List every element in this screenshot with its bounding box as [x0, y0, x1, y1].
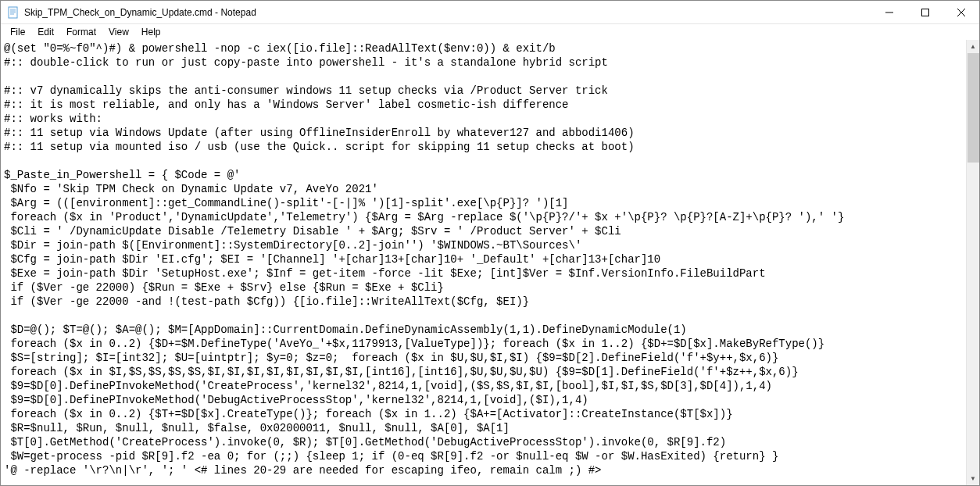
menu-help[interactable]: Help: [135, 26, 167, 38]
window-title: Skip_TPM_Check_on_Dynamic_Update.cmd - N…: [24, 7, 871, 18]
notepad-icon: [7, 6, 20, 19]
menu-file[interactable]: File: [4, 26, 31, 38]
titlebar: Skip_TPM_Check_on_Dynamic_Update.cmd - N…: [1, 1, 979, 24]
scroll-thumb[interactable]: [967, 53, 979, 163]
menu-view[interactable]: View: [102, 26, 135, 38]
window-controls: [871, 1, 979, 23]
menubar: File Edit Format View Help: [1, 24, 979, 40]
close-button[interactable]: [943, 1, 979, 23]
text-editor[interactable]: @(set "0=%~f0"^)#) & powershell -nop -c …: [1, 40, 966, 485]
minimize-button[interactable]: [871, 1, 907, 23]
vertical-scrollbar[interactable]: ▲ ▼: [966, 40, 979, 485]
content-area: @(set "0=%~f0"^)#) & powershell -nop -c …: [1, 40, 979, 485]
scroll-down-arrow[interactable]: ▼: [967, 472, 979, 485]
scroll-up-arrow[interactable]: ▲: [967, 40, 979, 53]
svg-rect-6: [922, 9, 929, 16]
menu-edit[interactable]: Edit: [31, 26, 60, 38]
menu-format[interactable]: Format: [60, 26, 102, 38]
maximize-button[interactable]: [907, 1, 943, 23]
